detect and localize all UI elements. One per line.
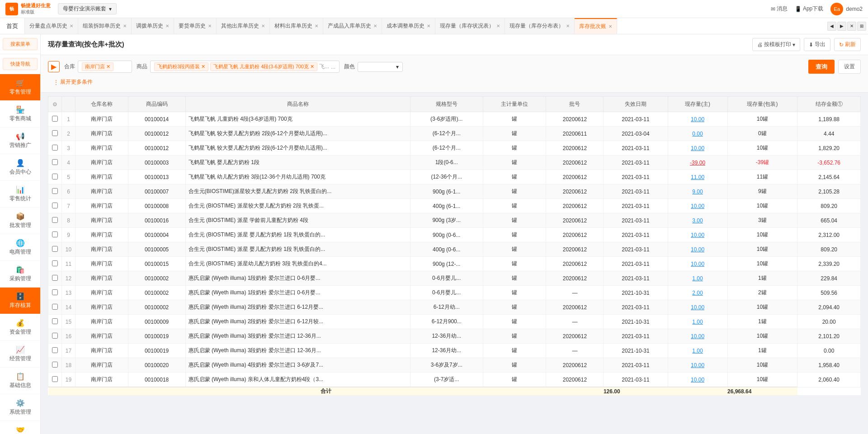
user-area[interactable]: Ea demo2: [830, 3, 863, 15]
refresh-btn[interactable]: ↻ 刷新: [834, 38, 861, 51]
message-btn[interactable]: ✉ 消息: [771, 5, 788, 13]
tab-home[interactable]: 首页: [0, 18, 25, 34]
template-print-btn[interactable]: 🖨 按模板打印 ▾: [752, 38, 800, 51]
row-checkbox-4[interactable]: [52, 174, 58, 179]
warehouse-tag-close[interactable]: ✕: [106, 64, 110, 70]
row-checkbox-6[interactable]: [52, 203, 58, 208]
tab-arrow-close[interactable]: ✕: [847, 22, 856, 31]
account-dropdown[interactable]: 母婴行业演示账套 ▾: [58, 3, 117, 14]
row-checkbox-13[interactable]: [52, 304, 58, 310]
cell-checkbox[interactable]: [48, 242, 62, 257]
cell-checkbox[interactable]: [48, 170, 62, 184]
row-checkbox-2[interactable]: [52, 145, 58, 151]
cell-checkbox[interactable]: [48, 271, 62, 286]
tab-close-8[interactable]: ✕: [496, 24, 500, 28]
cell-qty-main-2[interactable]: 10.00: [668, 141, 727, 156]
tab-close-1[interactable]: ✕: [123, 24, 127, 28]
cell-checkbox[interactable]: [48, 315, 62, 329]
tab-xiancunliang2[interactable]: 现存量（库存分布表） ✕: [505, 18, 575, 34]
row-checkbox-3[interactable]: [52, 159, 58, 165]
tab-close-4[interactable]: ✕: [261, 24, 265, 28]
sidebar-item-member[interactable]: 👤 会员中心: [0, 154, 40, 181]
row-checkbox-0[interactable]: [52, 116, 58, 122]
product-tag-2-close[interactable]: ✕: [310, 64, 314, 70]
cell-qty-main-0[interactable]: 10.00: [668, 112, 727, 127]
app-download-btn[interactable]: 📱 App下载: [795, 5, 823, 13]
row-checkbox-16[interactable]: [52, 347, 58, 353]
sidebar-item-finance[interactable]: 💰 资金管理: [0, 314, 40, 341]
row-checkbox-14[interactable]: [52, 318, 58, 324]
tab-close-2[interactable]: ✕: [165, 24, 169, 28]
tab-cailiao[interactable]: 材料出库单历史 ✕: [270, 18, 323, 34]
cell-checkbox[interactable]: [48, 358, 62, 373]
sidebar-item-inventory[interactable]: 🗄️ 库存核算: [0, 288, 40, 314]
cell-checkbox[interactable]: [48, 300, 62, 315]
filter-expand-left-btn[interactable]: ▶: [48, 61, 60, 72]
cell-checkbox[interactable]: [48, 257, 62, 271]
cell-qty-main-17[interactable]: 10.00: [668, 358, 727, 373]
row-checkbox-15[interactable]: [52, 333, 58, 339]
tab-arrow-right[interactable]: ▶: [837, 22, 846, 31]
tab-arrow-menu[interactable]: ⊞: [857, 22, 866, 31]
row-checkbox-1[interactable]: [52, 130, 58, 136]
quick-nav-btn[interactable]: 快捷导航: [3, 58, 38, 70]
tab-chengbentiaoz[interactable]: 成本调整单历史 ✕: [382, 18, 435, 34]
cell-qty-main-5[interactable]: 9.00: [668, 184, 727, 199]
cell-checkbox[interactable]: [48, 112, 62, 127]
cell-qty-main-7[interactable]: 3.00: [668, 213, 727, 228]
cell-checkbox[interactable]: [48, 127, 62, 141]
sidebar-item-ecommerce[interactable]: 🌐 电商管理: [0, 234, 40, 261]
warehouse-tag-group[interactable]: 南岸门店 ✕: [78, 61, 132, 73]
tab-chanchengpin[interactable]: 产成品入库单历史 ✕: [323, 18, 382, 34]
cell-qty-main-8[interactable]: 10.00: [668, 228, 727, 242]
cell-qty-main-14[interactable]: 1.00: [668, 315, 727, 329]
tab-zuzhangchai[interactable]: 组装拆卸单历史 ✕: [78, 18, 132, 34]
tab-fenliangpan[interactable]: 分量盘点单历史 ✕: [25, 18, 78, 34]
tab-close-9[interactable]: ✕: [566, 24, 570, 28]
cell-qty-main-3[interactable]: -39.00: [668, 156, 727, 170]
cell-qty-main-1[interactable]: 0.00: [668, 127, 727, 141]
sidebar-item-wholesale[interactable]: 📦 批发管理: [0, 208, 40, 234]
tab-yaohuo[interactable]: 要货单历史 ✕: [174, 18, 217, 34]
row-checkbox-10[interactable]: [52, 260, 58, 266]
product-tag-1-close[interactable]: ✕: [201, 64, 205, 70]
sidebar-item-retail[interactable]: 🛒 零售管理: [0, 74, 40, 101]
cell-checkbox[interactable]: [48, 156, 62, 170]
sidebar-item-retailshop[interactable]: 🏪 零售商城: [0, 101, 40, 127]
product-tag-group[interactable]: 飞鹤奶粉3段丙搭装 ✕ 飞鹤星飞帆 儿童奶粉 4段(3-6岁适用) 700克 ✕…: [150, 61, 340, 73]
cell-checkbox[interactable]: [48, 329, 62, 344]
tab-close-7[interactable]: ✕: [427, 24, 430, 28]
cell-qty-main-6[interactable]: 10.00: [668, 199, 727, 213]
query-btn[interactable]: 查询: [808, 60, 835, 74]
tab-diaoboddan[interactable]: 调拨单历史 ✕: [132, 18, 174, 34]
tab-close-3[interactable]: ✕: [208, 24, 212, 28]
cell-checkbox[interactable]: [48, 228, 62, 242]
cell-qty-main-15[interactable]: 10.00: [668, 329, 727, 344]
sidebar-item-purchase[interactable]: 🛍️ 采购管理: [0, 261, 40, 288]
cell-checkbox[interactable]: [48, 199, 62, 213]
row-checkbox-12[interactable]: [52, 289, 58, 295]
cell-qty-main-18[interactable]: 10.00: [668, 373, 727, 387]
search-menu-btn[interactable]: 搜索菜单: [3, 38, 38, 50]
tab-close-5[interactable]: ✕: [315, 24, 318, 28]
tab-kucun-pici[interactable]: 库存批次账 ✕: [575, 18, 617, 34]
row-checkbox-11[interactable]: [52, 275, 58, 281]
sidebar-item-collab[interactable]: 🤝 企业协同: [0, 421, 40, 434]
cell-qty-main-9[interactable]: 10.00: [668, 242, 727, 257]
tab-arrow-left[interactable]: ◀: [827, 22, 836, 31]
expand-more-btn[interactable]: ⋮ 展开更多条件: [48, 76, 861, 88]
cell-checkbox[interactable]: [48, 286, 62, 300]
cell-checkbox[interactable]: [48, 344, 62, 358]
tab-close-0[interactable]: ✕: [70, 24, 73, 28]
cell-qty-main-12[interactable]: 2.00: [668, 286, 727, 300]
cell-checkbox[interactable]: [48, 141, 62, 156]
tab-qitachuku[interactable]: 其他出库单历史 ✕: [217, 18, 270, 34]
export-btn[interactable]: ⬇ 导出: [804, 38, 830, 51]
row-checkbox-18[interactable]: [52, 376, 58, 382]
tab-close-6[interactable]: ✕: [373, 24, 377, 28]
sidebar-item-system[interactable]: ⚙️ 系统管理: [0, 394, 40, 421]
settings-gear-icon[interactable]: ⚙: [52, 101, 57, 108]
cell-qty-main-4[interactable]: 11.00: [668, 170, 727, 184]
sidebar-item-bizmanage[interactable]: 📈 经营管理: [0, 341, 40, 368]
tab-xiancunliang1[interactable]: 现存量（库存状况表） ✕: [435, 18, 505, 34]
